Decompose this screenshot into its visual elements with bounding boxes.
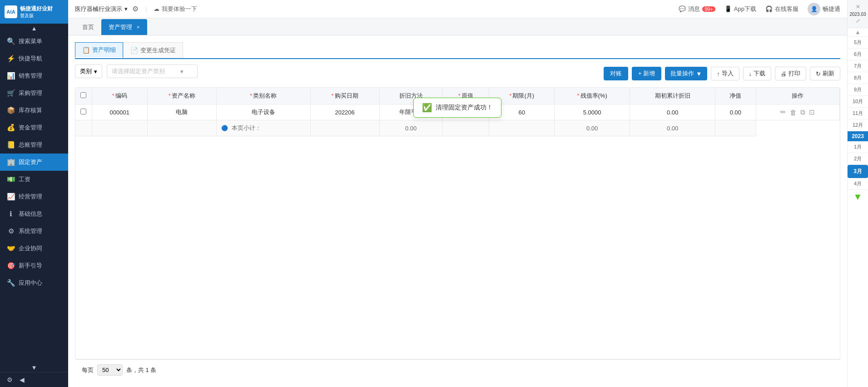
app-download-btn[interactable]: 📱 App下载 xyxy=(724,5,756,13)
tab-close-icon[interactable]: × xyxy=(137,24,140,30)
rs-month-7[interactable]: 7月 xyxy=(848,60,868,72)
cell-code: 000001 xyxy=(92,104,147,120)
category-input[interactable]: 请选择固定资产类别 ▾ xyxy=(107,64,198,78)
guide-icon: 🎯 xyxy=(7,262,15,270)
sidebar-item-quick-nav[interactable]: ⚡ 快捷导航 xyxy=(0,50,68,67)
select-all-cell[interactable] xyxy=(75,88,92,104)
pagination: 每页 50 10 20 100 条，共 1 条 xyxy=(75,359,840,380)
sidebar-item-payroll[interactable]: 💵 工资 xyxy=(0,171,68,188)
row-checkbox[interactable] xyxy=(80,109,86,114)
rs-month-3-active[interactable]: 3月 xyxy=(848,165,868,178)
sidebar-item-label: 搜索菜单 xyxy=(19,37,42,45)
dropdown-icon: ▾ xyxy=(124,5,128,12)
rs-month-4[interactable]: 4月 xyxy=(848,178,868,190)
refresh-btn[interactable]: ↻ 刷新 xyxy=(810,67,840,80)
batch-btn[interactable]: 批量操作 ▼ xyxy=(665,67,707,80)
new-btn[interactable]: + 新增 xyxy=(632,67,661,80)
sidebar-nav: 🔍 搜索菜单 ⚡ 快捷导航 📊 销售管理 🛒 采购管理 📦 库存核算 💰 资金管… xyxy=(0,33,68,363)
right-sidebar: ✕ 2023.03 ⤢ ▲ 5月 6月 7月 8月 9月 10月 11月 12月… xyxy=(847,0,868,387)
app-logo: AtA 畅捷通好业财 普及版 xyxy=(0,0,68,24)
rs-scroll-up[interactable]: ▲ xyxy=(848,28,868,37)
rs-month-11[interactable]: 11月 xyxy=(848,108,868,119)
sub-tab-asset-detail[interactable]: 📋 资产明细 xyxy=(75,42,123,58)
rs-month-5[interactable]: 5月 xyxy=(848,37,868,49)
cell-actions: ✏ 🗑 ⧉ ⊡ xyxy=(756,104,839,120)
edit-btn[interactable]: ✏ xyxy=(780,108,786,116)
sidebar-item-ledger[interactable]: 📒 总账管理 xyxy=(0,136,68,154)
logo-icon: AtA xyxy=(5,5,17,18)
import-btn[interactable]: ↑ 导入 xyxy=(711,67,739,80)
sidebar-item-basic-info[interactable]: ℹ 基础信息 xyxy=(0,205,68,223)
rs-month-2[interactable]: 2月 xyxy=(848,153,868,165)
row-checkbox-cell[interactable] xyxy=(75,104,92,120)
rs-month-9[interactable]: 9月 xyxy=(848,84,868,96)
message-badge: 99+ xyxy=(702,6,715,12)
sidebar-item-label: 销售管理 xyxy=(19,72,42,80)
input-dropdown-icon: ▾ xyxy=(180,68,184,75)
delete-btn[interactable]: 🗑 xyxy=(790,109,797,116)
rs-year-2023[interactable]: 2023 xyxy=(848,131,868,141)
rs-close-btn[interactable]: ✕ xyxy=(855,3,861,11)
reconcile-btn[interactable]: 对账 xyxy=(604,67,628,80)
content-inner: 📋 资产明细 📄 变更生成凭证 类别 ▾ 请选择固定资产类别 xyxy=(68,35,847,387)
sidebar-item-label: 工资 xyxy=(19,175,30,184)
sidebar-item-operations[interactable]: 📈 经营管理 xyxy=(0,188,68,205)
sidebar-item-enterprise[interactable]: 🤝 企业协同 xyxy=(0,240,68,257)
messages-btn[interactable]: 💬 消息 99+ xyxy=(679,5,715,13)
sidebar-item-inventory[interactable]: 📦 库存核算 xyxy=(0,102,68,119)
sub-tab-voucher-gen[interactable]: 📄 变更生成凭证 xyxy=(123,42,183,58)
sidebar-item-system[interactable]: ⚙ 系统管理 xyxy=(0,223,68,240)
sidebar-item-guide[interactable]: 🎯 新手引导 xyxy=(0,257,68,274)
experience-btn[interactable]: ☁ 我要体验一下 xyxy=(154,5,197,13)
rs-month-10[interactable]: 10月 xyxy=(848,96,868,108)
sub-tabs: 📋 资产明细 📄 变更生成凭证 xyxy=(75,42,840,59)
rs-month-1[interactable]: 1月 xyxy=(848,141,868,153)
sidebar-item-purchase[interactable]: 🛒 采购管理 xyxy=(0,84,68,102)
sidebar-scroll-down[interactable]: ▼ xyxy=(0,363,68,372)
sidebar-collapse-btn[interactable]: ◀ xyxy=(20,376,25,383)
category-filter[interactable]: 类别 ▾ xyxy=(75,64,102,78)
rs-arrow-down[interactable]: ▼ xyxy=(852,190,864,204)
sidebar-item-sales[interactable]: 📊 销售管理 xyxy=(0,67,68,84)
search-icon: 🔍 xyxy=(7,37,15,45)
rs-month-8[interactable]: 8月 xyxy=(848,72,868,84)
rs-expand-btn[interactable]: ⤢ xyxy=(855,17,861,25)
sidebar-item-fixed-assets[interactable]: 🏢 固定资产 xyxy=(0,154,68,171)
sidebar-item-funds[interactable]: 💰 资金管理 xyxy=(0,119,68,136)
col-category: *类别名称 xyxy=(217,88,310,104)
user-area[interactable]: 👤 畅捷通 xyxy=(808,3,840,15)
app-name: 畅捷通好业财 xyxy=(20,5,53,13)
sidebar-item-label: 经营管理 xyxy=(19,193,42,201)
per-page-select[interactable]: 50 10 20 100 xyxy=(97,364,123,376)
tab-home[interactable]: 首页 xyxy=(75,19,101,35)
topbar-settings-btn[interactable]: ⚙ xyxy=(132,5,139,13)
col-actions: 操作 xyxy=(756,88,839,104)
sidebar-item-label: 企业协同 xyxy=(19,244,42,253)
sidebar-settings-btn[interactable]: ⚙ xyxy=(7,376,13,383)
cell-net-value: 0.00 xyxy=(715,104,756,120)
select-all-checkbox[interactable] xyxy=(80,92,86,98)
batch-dropdown-icon: ▼ xyxy=(696,70,702,77)
cloud-icon: ☁ xyxy=(154,5,159,12)
rs-year-label: 2023.03 xyxy=(849,12,866,17)
topbar-right: 💬 消息 99+ 📱 App下载 🎧 在线客服 👤 畅捷通 xyxy=(679,3,840,15)
subtotal-row: 🔵 本页小计： 0.00 0.00 0.00 xyxy=(75,120,840,136)
voucher-gen-icon: 📄 xyxy=(130,47,138,54)
more-btn[interactable]: ⊡ xyxy=(809,108,815,116)
download-btn[interactable]: ↓ 下载 xyxy=(743,67,772,80)
sidebar-item-search[interactable]: 🔍 搜索菜单 xyxy=(0,33,68,50)
print-btn[interactable]: 🖨 打印 xyxy=(775,67,806,80)
sidebar-item-app-center[interactable]: 🔧 应用中心 xyxy=(0,274,68,292)
sidebar-item-label: 采购管理 xyxy=(19,89,42,97)
tab-asset-mgmt[interactable]: 资产管理 × xyxy=(101,19,147,35)
rs-month-6[interactable]: 6月 xyxy=(848,49,868,60)
refresh-icon: ↻ xyxy=(816,70,821,77)
sidebar-scroll-up[interactable]: ▲ xyxy=(0,24,68,33)
copy-btn[interactable]: ⧉ xyxy=(800,108,805,116)
total-label: 条，共 1 条 xyxy=(126,366,156,374)
company-selector[interactable]: 医疗器械行业演示 ▾ xyxy=(75,5,128,13)
sidebar-item-label: 系统管理 xyxy=(19,227,42,235)
asset-detail-icon: 📋 xyxy=(82,46,90,54)
online-service-btn[interactable]: 🎧 在线客服 xyxy=(765,5,799,13)
rs-month-12[interactable]: 12月 xyxy=(848,119,868,131)
